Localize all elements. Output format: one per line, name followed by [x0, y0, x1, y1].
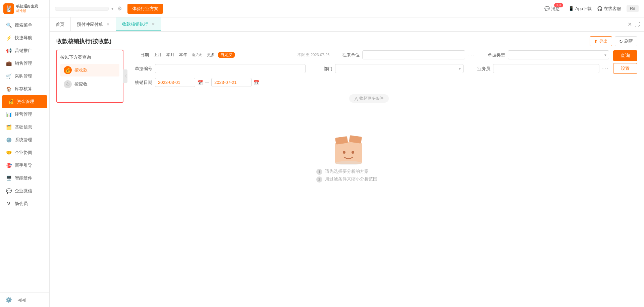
tab-home-label: 首页 — [56, 21, 64, 28]
settings-footer-icon[interactable]: ⚙️ — [5, 297, 12, 303]
online-service-label: 在线客服 — [604, 6, 621, 12]
export-button[interactable]: ⬆ 导出 — [590, 36, 612, 46]
sales-icon: 💼 — [5, 61, 12, 66]
tab-close-verify-icon[interactable]: ✕ — [152, 22, 155, 27]
date-label: 日期 — [129, 52, 149, 58]
sidebar-item-label: 新手引导 — [15, 162, 32, 168]
collapse-sidebar-icon[interactable]: ◀◀ — [17, 297, 25, 303]
sidebar-item-member[interactable]: V 畅会员 — [0, 197, 49, 210]
verify-date-start-input[interactable] — [155, 78, 195, 87]
sidebar-item-label: 资金管理 — [17, 99, 34, 105]
dept-select[interactable] — [335, 64, 464, 73]
sidebar-item-system[interactable]: ⚙️ 系统管理 — [0, 134, 49, 146]
date-tab-custom[interactable]: 自定义 — [218, 52, 235, 58]
voucher-no-input[interactable] — [155, 64, 306, 73]
receipt-option-label: 按收款 — [74, 67, 88, 73]
management-icon: 📊 — [5, 112, 12, 117]
voucher-no-label: 单据编号 — [129, 66, 152, 72]
header-gear-icon[interactable]: ⚙ — [117, 5, 122, 12]
verify-end-calendar-icon[interactable]: 📅 — [254, 80, 259, 85]
user-profile[interactable]: Rit — [627, 5, 639, 12]
logo-icon: 🐰 — [3, 3, 14, 14]
verify-date-end-input[interactable] — [211, 78, 252, 87]
counterpart-input[interactable] — [362, 50, 465, 59]
date-tab-this-month[interactable]: 本月 — [164, 51, 176, 58]
collapse-more-button[interactable]: ⋀ 收起更多条件 — [349, 94, 389, 103]
sidebar-item-guide[interactable]: 🎯 新手引导 — [0, 159, 49, 172]
staff-input[interactable] — [493, 64, 599, 73]
sidebar-item-finance[interactable]: 💰 资金管理 — [2, 95, 47, 108]
tab-verify[interactable]: 收款核销执行 ✕ — [116, 17, 161, 31]
sidebar-nav: 🔍 搜索菜单 ⚡ 快捷导航 📢 营销推广 💼 销售管理 🛒 采购管理 🏠 库存核… — [0, 17, 49, 292]
date-tab-7days[interactable]: 近7天 — [190, 51, 204, 58]
industry-solution-button[interactable]: 体验行业方案 — [127, 4, 163, 14]
online-service-button[interactable]: 🎧 在线客服 — [597, 6, 621, 12]
empty-state: 1 请先选择要分析的方案 2 用过滤条件来缩小分析范围 — [56, 103, 637, 197]
query-button[interactable]: 查询 — [613, 50, 637, 61]
sidebar-item-weixin[interactable]: 💬 企业微信 — [0, 185, 49, 197]
sidebar-item-basic[interactable]: 🗂️ 基础信息 — [0, 121, 49, 134]
page-title-bar: 收款核销执行(按收款) ⬆ 导出 ↻ 刷新 — [56, 32, 637, 50]
system-icon: ⚙️ — [5, 137, 12, 143]
refresh-button[interactable]: ↻ 刷新 — [615, 36, 637, 46]
svg-point-5 — [335, 161, 362, 165]
header-search-display — [55, 7, 109, 11]
sidebar-item-label: 库存核算 — [15, 86, 32, 92]
filter-voucher-no-field: 单据编号 — [129, 64, 306, 73]
top-header: ▾ ⚙ 体验行业方案 💬 消息 99+ 📱 App下载 🎧 在线客服 Rit — [50, 0, 644, 17]
inventory-icon: 🏠 — [5, 86, 12, 92]
dept-label: 部门 — [312, 66, 332, 72]
voucher-type-select[interactable] — [508, 50, 609, 59]
tab-expand-icon[interactable]: ⛶ — [635, 21, 640, 28]
dept-select-wrap: ▾ — [335, 64, 464, 73]
sidebar-item-label: 企业协同 — [15, 150, 32, 156]
verify-start-calendar-icon[interactable]: 📅 — [197, 80, 203, 85]
sidebar-item-hardware[interactable]: 🖥️ 智能硬件 — [0, 172, 49, 185]
svg-point-3 — [343, 151, 345, 154]
sidebar-item-management[interactable]: 📊 经营管理 — [0, 108, 49, 121]
collapse-filter-button[interactable]: 《 — [123, 69, 127, 83]
tab-verify-label: 收款核销执行 — [122, 21, 148, 27]
date-tab-more[interactable]: 更多 — [205, 51, 217, 58]
member-icon: V — [5, 201, 12, 206]
sidebar-item-label: 智能硬件 — [15, 175, 32, 181]
sidebar-item-label: 搜索菜单 — [15, 22, 32, 28]
sidebar-item-label: 系统管理 — [15, 137, 32, 143]
setting-button[interactable]: 设置 — [613, 63, 637, 74]
date-tab-last-month[interactable]: 上月 — [152, 51, 164, 58]
sidebar-item-label: 销售管理 — [15, 60, 32, 66]
sidebar-item-cooperation[interactable]: 🤝 企业协同 — [0, 146, 49, 159]
logo-name: 畅捷通好生意 — [16, 4, 38, 8]
svg-point-4 — [352, 151, 354, 154]
tab-prepay[interactable]: 预付冲应付单 ✕ — [71, 17, 116, 31]
sidebar-item-search[interactable]: 🔍 搜索菜单 — [0, 19, 49, 32]
sidebar-item-inventory[interactable]: 🏠 库存核算 — [0, 83, 49, 95]
filter-staff-field: 业务员 ··· — [470, 64, 609, 73]
filter-option-by-receivable[interactable]: ⏱ 按应收 — [60, 78, 119, 91]
header-chevron-icon[interactable]: ▾ — [111, 6, 113, 11]
staff-more-icon[interactable]: ··· — [602, 65, 609, 72]
tab-close-all-icon[interactable]: ✕ — [628, 21, 632, 28]
tab-close-prepay-icon[interactable]: ✕ — [106, 22, 110, 27]
sidebar-item-sales[interactable]: 💼 销售管理 — [0, 57, 49, 70]
filter-counterpart-field: 往来单位 ··· — [336, 50, 475, 59]
sidebar-item-marketing[interactable]: 📢 营销推广 — [0, 44, 49, 57]
app-download-button[interactable]: 📱 App下载 — [569, 6, 592, 12]
message-icon: 💬 — [544, 6, 550, 11]
tab-bar-actions: ✕ ⛶ — [624, 17, 644, 31]
tab-home[interactable]: 首页 — [50, 17, 71, 31]
purchase-icon: 🛒 — [5, 73, 12, 79]
sidebar-item-label: 经营管理 — [15, 111, 32, 117]
main-area: ▾ ⚙ 体验行业方案 💬 消息 99+ 📱 App下载 🎧 在线客服 Rit 首… — [50, 0, 644, 307]
message-button[interactable]: 💬 消息 99+ — [544, 6, 560, 12]
date-tab-this-year[interactable]: 本年 — [177, 51, 189, 58]
page-content: 收款核销执行(按收款) ⬆ 导出 ↻ 刷新 按以下方案查询 — [50, 32, 644, 307]
filter-right: 日期 上月 本月 本年 近7天 更多 自定义 — [129, 50, 609, 103]
receivable-option-label: 按应收 — [74, 81, 88, 87]
sidebar-item-purchase[interactable]: 🛒 采购管理 — [0, 70, 49, 83]
sidebar-item-label: 基础信息 — [15, 124, 32, 130]
filter-option-by-receipt[interactable]: 💰 按收款 — [60, 64, 119, 76]
counterpart-more-icon[interactable]: ··· — [468, 51, 475, 58]
svg-rect-0 — [335, 142, 362, 164]
sidebar-item-shortcut[interactable]: ⚡ 快捷导航 — [0, 32, 49, 44]
